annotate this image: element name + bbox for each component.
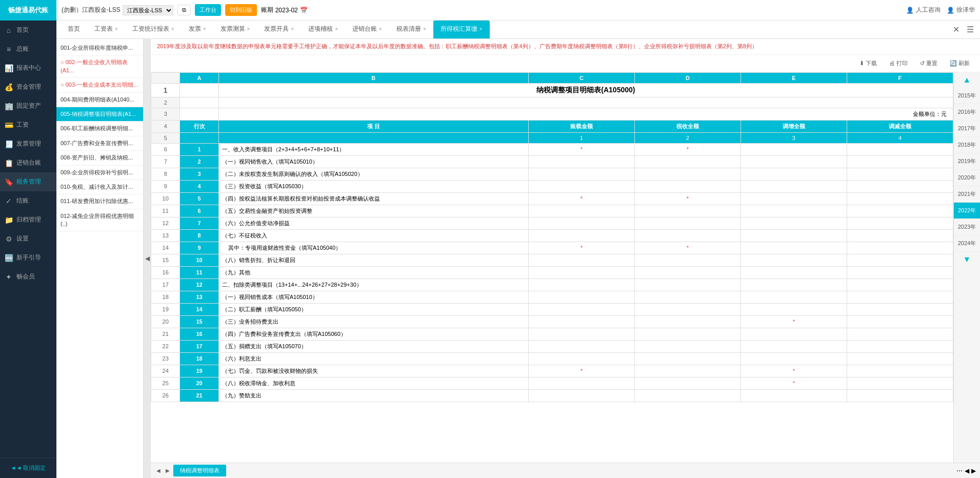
tab-ledger-close[interactable]: × (379, 26, 382, 32)
sidebar-item-guide[interactable]: 🆕 新手引导 (0, 248, 56, 267)
consult-btn[interactable]: 👤 人工咨询 (906, 6, 941, 14)
sidebar-item-tax-label: 税务管理 (16, 177, 41, 186)
table-row: 9 4 （三）投资收益（填写A105030） (151, 180, 953, 192)
sidebar-item-salary[interactable]: 💳 工资 (0, 115, 56, 134)
sidebar-item-invoice[interactable]: 🧾 发票管理 (0, 134, 56, 153)
spreadsheet: A B C D E F 1 (151, 72, 953, 402)
tab-salary-report[interactable]: 工资统计报表× (125, 21, 182, 38)
year-2018[interactable]: 2018年 (954, 137, 980, 153)
left-item-009[interactable]: 009-企业所得税弥补亏损明... (56, 166, 143, 180)
sidebar-item-settings[interactable]: ⚙ 设置 (0, 229, 56, 248)
sidebar-item-archive[interactable]: 📁 归档管理 (0, 210, 56, 229)
tab-salary[interactable]: 工资表× (87, 21, 125, 38)
left-item-007[interactable]: 007-广告费和业务宣传费明... (56, 136, 143, 151)
title-a (180, 83, 218, 97)
unpin-button[interactable]: ◄◄ 取消固定 (4, 462, 52, 474)
tabs-close-all[interactable]: ✕ (951, 25, 962, 34)
sheet-tab-adjust[interactable]: 纳税调整明细表 (173, 465, 226, 476)
tab-incoming[interactable]: 进项稽核× (301, 21, 345, 38)
table-row: 19 14 （二）职工薪酬（填写A105050） (151, 303, 953, 315)
cell-3a (180, 108, 218, 120)
tab-salary-close[interactable]: × (115, 26, 118, 32)
topbar: (勿删）江西股金-LSS 江西股金-LSS ⧉ 工作台 切到旧版 账期 2023… (56, 0, 980, 21)
sidebar-item-purchase[interactable]: 📋 进销台账 (0, 153, 56, 172)
notice-text: 2019年度涉及取以前年度继续数据的申报表单元格需要手工维护正确，才能保证本年及… (157, 43, 757, 49)
year-2017[interactable]: 2017年 (954, 121, 980, 137)
copy-btn[interactable]: ⧉ (177, 5, 191, 15)
year-panel: ▲ 2015年 2016年 2017年 2018年 2019年 2020年 20… (953, 72, 980, 463)
year-2019[interactable]: 2019年 (954, 153, 980, 170)
left-item-008[interactable]: 008-资产折旧、摊销及纳税... (56, 151, 143, 165)
tab-invoice-calc[interactable]: 发票测算× (213, 21, 257, 38)
tab-invoice-close[interactable]: × (203, 26, 206, 32)
year-2024[interactable]: 2024年 (954, 235, 980, 252)
refresh-btn[interactable]: 🔄 刷新 (946, 58, 974, 69)
content-area: 001-企业所得税年度纳税申... 002-一般企业收入明细表(A1... 00… (56, 39, 980, 478)
left-item-005[interactable]: 005-纳税调整项目明细表(A1... (56, 107, 143, 122)
settings-icon: ⚙ (4, 235, 13, 243)
sheet-nav-right[interactable]: ▶ (164, 468, 171, 473)
sidebar-item-purchase-label: 进销台账 (16, 158, 41, 167)
tab-tax-table[interactable]: 税表清册× (389, 21, 433, 38)
tab-salary-report-close[interactable]: × (171, 26, 174, 32)
tab-income-tax-close[interactable]: × (479, 26, 483, 32)
sidebar-item-ledger[interactable]: ≡ 总账 (0, 39, 56, 58)
year-2022[interactable]: 2022年 (954, 203, 980, 219)
left-item-012[interactable]: 012-减免企业所得税优惠明细(..) (56, 209, 143, 232)
left-item-001[interactable]: 001-企业所得税年度纳税申... (56, 41, 143, 55)
left-item-006[interactable]: 006-职工薪酬纳税调整明细... (56, 122, 143, 136)
sidebar-item-report[interactable]: 📊 报表中心 (0, 58, 56, 77)
table-row: 20 15 （三）业务招待费支出 * (151, 315, 953, 328)
download-btn[interactable]: ⬇ 下载 (855, 58, 881, 69)
ledger-icon: ≡ (4, 45, 13, 53)
year-2015[interactable]: 2015年 (954, 88, 980, 104)
year-down-btn[interactable]: ▼ (963, 252, 971, 267)
work-bench-btn[interactable]: 工作台 (195, 4, 221, 16)
sidebar-item-salary-label: 工资 (16, 121, 29, 129)
sidebar-item-finance-label: 资金管理 (16, 83, 41, 91)
company-dropdown[interactable]: 江西股金-LSS (123, 5, 173, 15)
table-row: 8 3 （二）未按权责发生制原则确认的收入（填写A105020） (151, 168, 953, 180)
left-item-002[interactable]: 002-一般企业收入明细表(A1... (56, 55, 143, 78)
scroll-left[interactable]: ◀ (965, 467, 969, 474)
sidebar-item-member[interactable]: ✦ 畅会员 (0, 267, 56, 286)
tab-home[interactable]: 首页 (61, 21, 87, 38)
tab-invoice-open[interactable]: 发票开具× (257, 21, 301, 38)
tab-income-tax[interactable]: 所得税汇算缴× (433, 21, 490, 38)
scroll-right[interactable]: ▶ (971, 467, 976, 474)
sub-c: 1 (528, 132, 634, 143)
sidebar-item-home[interactable]: ⌂ 首页 (0, 21, 56, 39)
tab-invoice-calc-close[interactable]: × (247, 26, 250, 32)
year-up-btn[interactable]: ▲ (963, 72, 971, 88)
sidebar-item-finance[interactable]: 💰 资金管理 (0, 77, 56, 96)
tab-tax-table-close[interactable]: × (423, 26, 426, 32)
left-item-004[interactable]: 004-期间费用明细表(A1040... (56, 93, 143, 107)
sidebar-item-settle[interactable]: ✓ 结账 (0, 191, 56, 210)
year-2020[interactable]: 2020年 (954, 170, 980, 186)
tab-invoice[interactable]: 发票× (182, 21, 213, 38)
sidebar-item-assets[interactable]: 🏢 固定资产 (0, 96, 56, 115)
year-2016[interactable]: 2016年 (954, 104, 980, 121)
print-btn[interactable]: 🖨 打印 (885, 58, 912, 69)
year-2021[interactable]: 2021年 (954, 186, 980, 203)
table-row: 11 6 （五）交易性金融资产初始投资调整 (151, 205, 953, 217)
sidebar-item-tax[interactable]: 🔖 税务管理 (0, 172, 56, 191)
user-info[interactable]: 👤 徐泽华 (947, 6, 975, 14)
tab-invoice-open-close[interactable]: × (291, 26, 294, 32)
left-item-011[interactable]: 011-研发费用加计扣除优惠... (56, 194, 143, 209)
reset-icon: ↺ (920, 60, 925, 67)
reset-btn[interactable]: ↺ 重置 (916, 58, 942, 69)
panel-toggle[interactable]: ◀ (144, 39, 151, 478)
tab-ledger[interactable]: 进销台账× (345, 21, 389, 38)
tab-incoming-close[interactable]: × (335, 26, 338, 32)
tabs-menu[interactable]: ☰ (965, 25, 976, 34)
sheet-nav-left[interactable]: ◀ (155, 468, 162, 473)
sidebar-item-settings-label: 设置 (16, 234, 29, 243)
left-item-003[interactable]: 003-一般企业成本支出明细... (56, 78, 143, 92)
calendar-icon[interactable]: 📅 (300, 7, 308, 14)
table-row: 18 13 （一）视同销售成本（填写A105010） (151, 291, 953, 303)
table-row: 23 18 （六）利息支出 (151, 352, 953, 365)
left-item-010[interactable]: 010-免税、减计收入及加计... (56, 180, 143, 194)
switch-old-btn[interactable]: 切到旧版 (225, 4, 257, 16)
year-2023[interactable]: 2023年 (954, 219, 980, 235)
